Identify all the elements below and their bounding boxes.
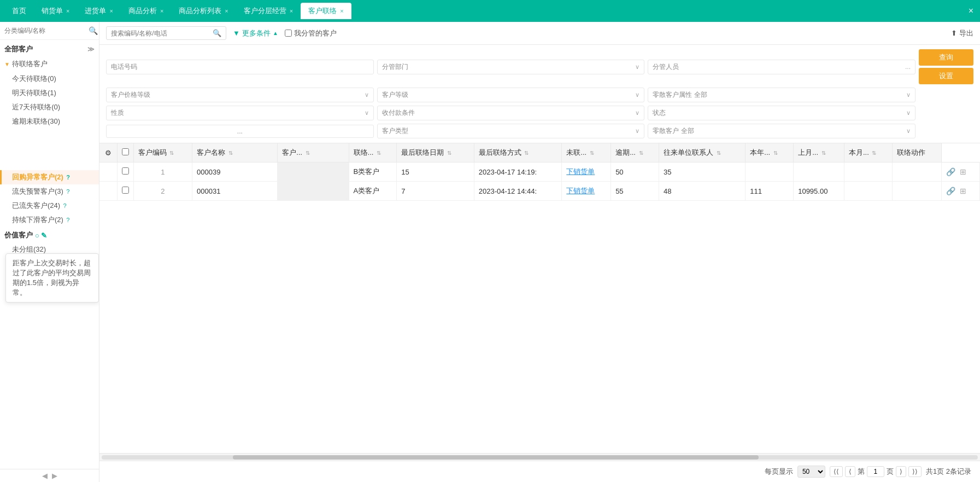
sidebar-search-icon[interactable]: 🔍 xyxy=(89,26,98,35)
row-lastdate-cell: 2023-04-17 14:19: xyxy=(474,162,562,182)
sidebar-item-overdue[interactable]: 逾期未联络(30) xyxy=(0,114,99,129)
row-contact-cell: 15 xyxy=(397,162,474,182)
type-column-header[interactable]: 客户... ⇅ xyxy=(278,143,349,162)
grid-action-icon[interactable]: ⊞ xyxy=(960,187,966,195)
link-action-icon[interactable]: 🔗 xyxy=(946,167,955,176)
value-group-edit-icon[interactable]: ○ ✎ xyxy=(35,231,47,240)
close-icon[interactable]: × xyxy=(160,8,163,14)
last-method-link[interactable]: 下销货单 xyxy=(566,167,595,176)
uncontacted-column-header[interactable]: 未联... ⇅ xyxy=(562,143,611,162)
filter-more-dots[interactable]: ... xyxy=(106,125,374,138)
scrollbar-thumb[interactable] xyxy=(233,455,759,460)
filter-nature[interactable]: 性质 ∨ xyxy=(106,106,374,120)
close-icon[interactable]: × xyxy=(225,8,228,14)
nav-customer-contact[interactable]: 客户联络 × xyxy=(301,3,351,19)
row-uncontacted-cell: 50 xyxy=(611,162,659,182)
sidebar-item-lost-predict[interactable]: 流失预警客户(3) ? xyxy=(0,184,99,199)
sidebar-item-today[interactable]: 今天待联络(0) xyxy=(0,72,99,86)
filter-zero-customer[interactable]: 零散客户 全部 ∨ xyxy=(648,124,916,138)
lastmonth-column-header[interactable]: 上月... ⇅ xyxy=(794,143,844,162)
close-icon[interactable]: × xyxy=(290,8,293,14)
sidebar-right-arrow-icon[interactable]: ▶ xyxy=(52,472,57,480)
first-page-button[interactable]: ⟨⟨ xyxy=(830,466,843,477)
code-sort-icon: ⇅ xyxy=(169,150,174,156)
collapse-icon[interactable]: ≫ xyxy=(87,45,95,53)
thismonth-column-header[interactable]: 本月... ⇅ xyxy=(844,143,892,162)
search-box: 🔍 xyxy=(106,26,226,40)
horizontal-scrollbar[interactable] xyxy=(99,453,980,461)
filter-nature-label: 性质 xyxy=(111,108,124,118)
pending-group-header[interactable]: ▼ 待联络客户 xyxy=(0,56,99,72)
nav-purchase[interactable]: 进货单 × xyxy=(77,3,120,19)
last-page-button[interactable]: ⟩⟩ xyxy=(908,466,922,477)
my-customer-check[interactable] xyxy=(285,30,292,37)
sidebar-left-arrow-icon[interactable]: ◀ xyxy=(42,472,48,480)
row-checkbox-cell[interactable] xyxy=(117,182,133,201)
sidebar-item-tomorrow[interactable]: 明天待联络(1) xyxy=(0,86,99,100)
overdue-column-header[interactable]: 逾期... ⇅ xyxy=(611,143,659,162)
link-action-icon[interactable]: 🔗 xyxy=(946,187,955,195)
name-column-header[interactable]: 客户名称 ⇅ xyxy=(192,143,278,162)
filter-person[interactable]: 分管人员 ... xyxy=(648,60,916,74)
row-checkbox[interactable] xyxy=(122,167,129,175)
contact-column-header[interactable]: 联络... ⇅ xyxy=(349,143,397,162)
row-settings-cell xyxy=(99,162,117,182)
window-close-button[interactable]: × xyxy=(969,6,973,16)
row-lastmethod-cell[interactable]: 下销货单 xyxy=(562,162,611,182)
nav-customer-layered[interactable]: 客户分层经营 × xyxy=(236,3,301,19)
prev-page-button[interactable]: ⟨ xyxy=(845,466,855,477)
nav-product-analysis[interactable]: 商品分析 × xyxy=(121,3,171,19)
row-checkbox-cell[interactable] xyxy=(117,162,133,182)
filter-customer-level-label: 客户等级 xyxy=(382,90,408,100)
nav-home[interactable]: 首页 xyxy=(4,3,34,19)
table-row: 1 000039 B类客户 15 2023-04-17 14:19: 下销货单 … xyxy=(99,162,980,182)
filter-dept[interactable]: 分管部门 ∨ xyxy=(377,60,645,74)
close-icon[interactable]: × xyxy=(109,8,113,14)
thismonth-label: 本月... xyxy=(849,148,869,156)
sidebar-item-continuous-down[interactable]: 持续下滑客户(2) ? xyxy=(0,213,99,227)
sidebar-item-7days[interactable]: 近7天待联络(0) xyxy=(0,100,99,114)
nav-sales[interactable]: 销货单 × xyxy=(34,3,77,19)
export-button[interactable]: ⬆ 导出 xyxy=(951,28,973,38)
contact2-column-header[interactable]: 往来单位联系人 ⇅ xyxy=(659,143,745,162)
last-method-link[interactable]: 下销货单 xyxy=(566,187,595,195)
search-input[interactable] xyxy=(111,30,213,37)
lastmethod-column-header[interactable]: 最后联络方式 ⇅ xyxy=(474,143,562,162)
filter-status[interactable]: 状态 ∨ xyxy=(648,106,916,120)
thisyear-column-header[interactable]: 本年... ⇅ xyxy=(746,143,794,162)
lastdate-column-header[interactable]: 最后联络日期 ⇅ xyxy=(397,143,474,162)
checkbox-column-header[interactable] xyxy=(117,143,133,162)
filter-customer-level[interactable]: 客户等级 ∨ xyxy=(377,88,645,102)
select-all-checkbox[interactable] xyxy=(122,148,129,155)
filter-customer-type[interactable]: 客户类型 ∨ xyxy=(377,124,645,138)
sidebar-item-reorder-abnormal[interactable]: 回购异常客户(2) ? xyxy=(0,170,99,184)
filter-customer-level-arrow-icon: ∨ xyxy=(635,91,639,98)
close-icon[interactable]: × xyxy=(340,8,343,14)
sidebar-item-lost-customer[interactable]: 已流失客户(24) ? xyxy=(0,199,99,213)
my-customer-checkbox[interactable]: 我分管的客户 xyxy=(285,28,337,38)
page-number-input[interactable] xyxy=(867,466,884,477)
filter-price-level[interactable]: 客户价格等级 ∨ xyxy=(106,88,374,102)
filter-zero-attr[interactable]: 零散客户属性 全部 ∨ xyxy=(648,88,916,102)
grid-action-icon[interactable]: ⊞ xyxy=(960,167,966,176)
next-page-button[interactable]: ⟩ xyxy=(896,466,906,477)
close-icon[interactable]: × xyxy=(66,8,69,14)
settings-column-header[interactable]: ⚙ xyxy=(99,143,117,162)
query-button[interactable]: 查询 xyxy=(919,49,973,66)
search-icon[interactable]: 🔍 xyxy=(213,29,221,37)
filter-payment[interactable]: 收付款条件 ∨ xyxy=(377,106,645,120)
value-group-label: 价值客户 xyxy=(4,230,33,240)
row-lastmethod-cell[interactable]: 下销货单 xyxy=(562,182,611,201)
scrollbar-track[interactable] xyxy=(102,455,978,460)
per-page-select[interactable]: 50 20 100 xyxy=(797,466,825,478)
row-checkbox[interactable] xyxy=(122,187,129,194)
code-column-header[interactable]: 客户编码 ⇅ xyxy=(133,143,192,162)
filter-status-label: 状态 xyxy=(653,108,666,118)
more-filter-button[interactable]: ▼ 更多条件 ▲ xyxy=(233,28,278,38)
row-number-cell: 2 xyxy=(133,182,192,201)
filter-phone[interactable]: 电话号码 xyxy=(106,60,374,74)
sidebar-search-input[interactable] xyxy=(4,27,86,34)
setting-button[interactable]: 设置 xyxy=(919,68,973,84)
nav-product-analysis-list[interactable]: 商品分析列表 × xyxy=(171,3,236,19)
actions-column-header: 联络动作 xyxy=(892,143,941,162)
